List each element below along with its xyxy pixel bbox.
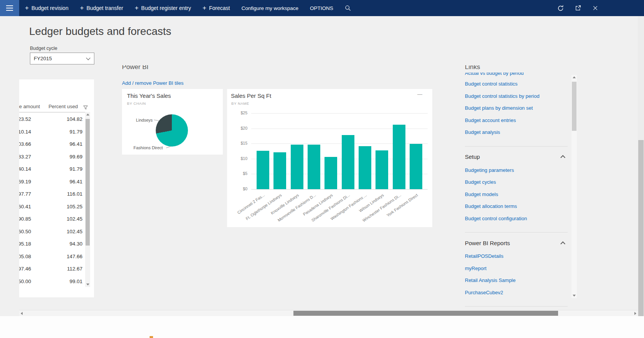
link-budget-control-configuration[interactable]: Budget control configuration <box>465 213 568 225</box>
link-purchasecubev2[interactable]: PurchaseCubev2 <box>465 287 568 299</box>
table-row[interactable]: 2,910.1491.79 <box>19 126 85 138</box>
column-header-amount[interactable]: e amount <box>19 104 40 109</box>
topbar-menu-options[interactable]: OPTIONS <box>304 0 339 16</box>
y-axis-tick-label: $20 <box>227 126 247 130</box>
combo-dropdown-button[interactable] <box>82 53 94 64</box>
grid-vertical-scrollbar[interactable] <box>85 112 90 287</box>
table-row[interactable]: 195.1894.30 <box>19 238 85 251</box>
links-vertical-scrollbar[interactable] <box>572 75 577 298</box>
amount-cell: 5,797.46 <box>19 263 31 275</box>
scrollbar-thumb[interactable] <box>638 140 644 338</box>
scroll-down-arrow[interactable] <box>573 295 576 297</box>
scroll-up-arrow[interactable] <box>573 76 576 78</box>
link-actual-vs-budget-by-period[interactable]: Actual vs budget by period <box>465 73 565 77</box>
section-header-power-bi-reports[interactable]: Power BI Reports <box>465 238 568 248</box>
bar-sharonville-fashions-di[interactable] <box>342 135 354 189</box>
scroll-up-arrow[interactable] <box>86 114 89 115</box>
pie-callout-line <box>154 120 159 121</box>
topbar-action-budget-register-entry[interactable]: +Budget register entry <box>129 0 197 16</box>
table-row[interactable]: 1,940.1491.79 <box>19 163 85 176</box>
scroll-down-arrow[interactable] <box>86 284 89 285</box>
topbar-action-label: Budget transfer <box>86 5 123 11</box>
add-remove-powerbi-tiles-link[interactable]: Add / remove Power BI tiles <box>122 80 183 86</box>
filter-funnel-icon <box>83 106 88 110</box>
tile-minimize-button[interactable]: — <box>417 91 422 97</box>
topbar-action-budget-transfer[interactable]: +Budget transfer <box>74 0 129 16</box>
close-button[interactable] <box>586 0 604 16</box>
open-in-new-window-button[interactable] <box>569 0 586 16</box>
table-row[interactable]: 5,797.46112.67 <box>19 263 85 275</box>
hamburger-menu-button[interactable] <box>0 0 19 16</box>
amount-cell: 403.66 <box>19 138 31 151</box>
link-budgeting-parameters[interactable]: Budgeting parameters <box>465 164 568 176</box>
bar-winchester-fashions-di[interactable] <box>393 125 405 189</box>
table-row[interactable]: 4,923.52104.82 <box>19 113 85 126</box>
table-row[interactable]: 9,660.50102.45 <box>19 226 85 238</box>
amount-cell: 1,940.14 <box>19 163 31 176</box>
filter-button[interactable] <box>83 104 88 111</box>
table-row[interactable]: 269.1996.41 <box>19 176 85 188</box>
column-header-percent-used[interactable]: Percent used <box>48 104 78 109</box>
link-budget-control-statistics-by-period[interactable]: Budget control statistics by period <box>465 90 568 102</box>
table-row[interactable]: 4,490.85102.45 <box>19 213 85 226</box>
table-row[interactable]: 33.2799.69 <box>19 151 85 163</box>
plus-icon: + <box>80 5 84 11</box>
topbar-menu-configure-my-workspace[interactable]: Configure my workspace <box>236 0 304 16</box>
table-row[interactable]: 403.6696.41 <box>19 138 85 151</box>
amount-cell: 4,923.52 <box>19 113 31 126</box>
y-axis-tick-label: $5 <box>227 171 247 176</box>
link-budget-allocation-terms[interactable]: Budget allocation terms <box>465 200 568 213</box>
scrollbar-thumb[interactable] <box>86 119 90 246</box>
bar-monroeville-fashions-d[interactable] <box>308 145 320 189</box>
bottom-edge-accent <box>150 336 153 338</box>
table-row[interactable]: 450.0099.01 <box>19 275 85 288</box>
table-row[interactable]: -997.77116.01 <box>19 188 85 201</box>
scroll-left-arrow[interactable] <box>21 312 23 315</box>
link-budget-models[interactable]: Budget models <box>465 188 568 201</box>
scrollbar-thumb[interactable] <box>293 311 558 316</box>
amount-cell: 450.00 <box>19 275 31 288</box>
topbar-action-label: Budget revision <box>31 5 69 11</box>
bar-series <box>251 113 428 189</box>
chevron-up-icon[interactable] <box>560 155 565 160</box>
bar-washington-fashions[interactable] <box>359 146 371 190</box>
search-button[interactable] <box>339 0 357 16</box>
x-axis-label: Monroeville Fashions D... <box>277 193 316 223</box>
bar-york-fashions-direct[interactable] <box>410 144 422 189</box>
link-budget-account-entries[interactable]: Budget account entries <box>465 114 568 127</box>
topbar-action-forecast[interactable]: +Forecast <box>197 0 236 16</box>
link-budget-cycles[interactable]: Budget cycles <box>465 176 568 188</box>
topbar-action-budget-revision[interactable]: +Budget revision <box>19 0 74 16</box>
refresh-button[interactable] <box>552 0 569 16</box>
page-vertical-scrollbar[interactable] <box>638 16 644 338</box>
scroll-right-arrow[interactable] <box>634 312 636 315</box>
table-row[interactable]: 0,505.08147.66 <box>19 251 85 263</box>
pie-chart[interactable] <box>156 114 188 147</box>
section-header-label: Setup <box>465 153 480 160</box>
powerbi-tile-this-years-sales[interactable]: This Year's Sales BY CHAIN Lindseys Fash… <box>122 89 223 155</box>
bar-wilson-lindseys[interactable] <box>376 150 388 189</box>
bottom-strip <box>0 316 644 338</box>
budget-cycle-select[interactable]: FY2015 <box>30 53 94 64</box>
table-row[interactable]: -360.41105.25 <box>19 201 85 213</box>
percent-used-cell: 102.45 <box>67 213 82 226</box>
bar-pasadena-lindseys[interactable] <box>324 157 337 189</box>
link-myreport[interactable]: myReport <box>465 262 568 275</box>
topbar-menu-label: OPTIONS <box>310 5 333 11</box>
y-axis-tick-label: $25 <box>227 110 247 115</box>
link-retailposdetails[interactable]: RetailPOSDetails <box>465 250 568 262</box>
amount-cell: 2,910.14 <box>19 126 31 138</box>
section-header-setup[interactable]: Setup <box>465 152 568 162</box>
scrollbar-thumb[interactable] <box>572 82 576 131</box>
bar-ft-oglethorpe-lindseys[interactable] <box>273 152 286 189</box>
bar-knoxville-lindseys[interactable] <box>291 145 303 189</box>
link-budget-plans-by-dimension-set[interactable]: Budget plans by dimension set <box>465 102 568 114</box>
link-budget-control-statistics[interactable]: Budget control statistics <box>465 78 568 90</box>
chevron-up-icon[interactable] <box>560 241 565 246</box>
powerbi-tile-sales-per-sq-ft[interactable]: Sales Per Sq Ft BY NAME — $0$5$10$15$20$… <box>227 89 432 227</box>
link-retail-analysis-sample[interactable]: Retail Analysis Sample <box>465 274 568 287</box>
page-horizontal-scrollbar[interactable] <box>19 310 638 316</box>
x-axis-label: Cincinnati 2 Fas... <box>237 193 266 215</box>
bar-cincinnati-2-fas[interactable] <box>257 151 269 189</box>
link-budget-analysis[interactable]: Budget analysis <box>465 126 568 138</box>
